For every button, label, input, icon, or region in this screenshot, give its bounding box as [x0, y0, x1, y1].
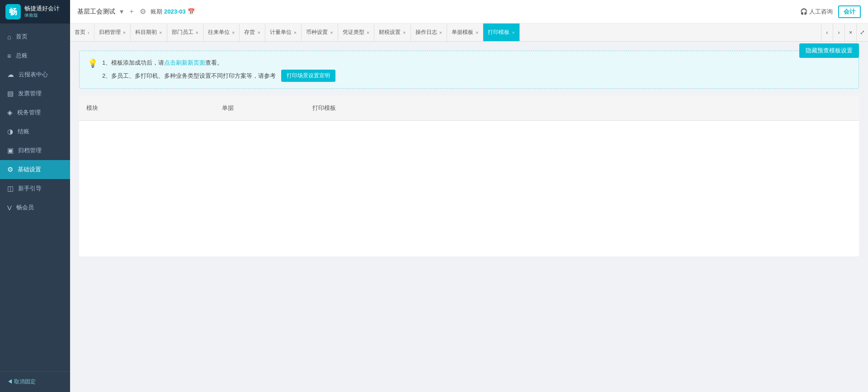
headset-icon: 🎧	[800, 8, 807, 15]
sidebar-item-tax[interactable]: ◈ 税务管理	[0, 103, 70, 122]
settings-gear-icon[interactable]: ⚙	[140, 7, 146, 16]
sidebar-item-guide[interactable]: ◫ 新手引导	[0, 179, 70, 198]
main-area: 基层工会测试 ▾ ＋ ⚙ 账期 2023-03 📅 🎧 人工咨询 会计 首页 ‹…	[70, 0, 868, 392]
tab-dept-close[interactable]: ×	[196, 30, 198, 35]
tab-voucher-close[interactable]: ×	[367, 30, 369, 35]
sidebar-item-ledger[interactable]: ≡ 总账	[0, 46, 70, 65]
tab-partner-close[interactable]: ×	[232, 30, 235, 35]
account-button[interactable]: 会计	[838, 5, 861, 18]
tab-archive[interactable]: 归档管理 ×	[94, 24, 131, 42]
tab-nav-buttons: ‹ › × ⤢	[821, 24, 868, 42]
tab-archive-close[interactable]: ×	[123, 30, 126, 35]
tab-tax-settings[interactable]: 财税设置 ×	[374, 24, 410, 42]
logo-name: 畅捷通好会计	[24, 5, 60, 13]
refresh-link[interactable]: 点击刷新新页面	[164, 59, 205, 66]
sidebar-item-settings[interactable]: ⚙ 基础设置	[0, 160, 70, 179]
sidebar-item-label: 基础设置	[18, 165, 41, 174]
sidebar-item-label: 新手引导	[18, 184, 42, 193]
tab-unit[interactable]: 计量单位 ×	[265, 24, 302, 42]
sidebar-item-label: 云报表中心	[19, 71, 48, 79]
top-bar-right: 🎧 人工咨询 会计	[800, 5, 861, 18]
tab-inventory-close[interactable]: ×	[257, 30, 260, 35]
template-table: 模块 单据 打印模板	[79, 96, 859, 256]
sidebar-item-label: 总账	[16, 52, 28, 60]
sidebar-nav: ⌂ 首页 ≡ 总账 ☁ 云报表中心 ▤ 发票管理 ◈ 税务管理 ◑ 结账 ▣ 归…	[0, 24, 70, 371]
tab-voucher-type[interactable]: 凭证类型 ×	[338, 24, 374, 42]
info-box: 💡 1、模板添加成功后，请点击刷新新页面查看。 2、多员工、多打印机、多种业务类…	[79, 51, 859, 89]
cloud-icon: ☁	[7, 71, 14, 79]
support-button[interactable]: 🎧 人工咨询	[800, 8, 833, 16]
tab-home-nav[interactable]: ‹	[88, 30, 90, 35]
settings-icon: ⚙	[7, 165, 13, 174]
home-icon: ⌂	[7, 33, 11, 41]
col-template: 打印模板	[305, 100, 859, 116]
invoice-icon: ▤	[7, 90, 14, 98]
print-scene-button[interactable]: 打印场景设置宣明	[281, 70, 335, 82]
sidebar-item-archive[interactable]: ▣ 归档管理	[0, 141, 70, 160]
period-value: 2023-03	[164, 8, 186, 15]
tab-log-close[interactable]: ×	[439, 30, 442, 35]
tab-subjects-close[interactable]: ×	[159, 30, 162, 35]
tab-tax-close[interactable]: ×	[403, 30, 406, 35]
sidebar-item-invoice[interactable]: ▤ 发票管理	[0, 84, 70, 103]
top-bar: 基层工会测试 ▾ ＋ ⚙ 账期 2023-03 📅 🎧 人工咨询 会计	[70, 0, 868, 24]
tab-subjects[interactable]: 科目期初 ×	[131, 24, 167, 42]
company-dropdown[interactable]: ▾	[120, 7, 123, 16]
hide-preview-settings-button[interactable]: 隐藏预查模板设置	[799, 43, 859, 58]
sidebar-item-label: 畅会员	[16, 203, 34, 212]
bulb-icon: 💡	[88, 58, 98, 68]
sidebar: 畅 畅捷通好会计 体验版 ⌂ 首页 ≡ 总账 ☁ 云报表中心 ▤ 发票管理 ◈ …	[0, 0, 70, 392]
sidebar-item-label: 发票管理	[18, 90, 42, 98]
sidebar-item-label: 首页	[16, 33, 28, 41]
sidebar-item-home[interactable]: ⌂ 首页	[0, 27, 70, 46]
tab-dept[interactable]: 部门员工 ×	[167, 24, 203, 42]
top-bar-left: 基层工会测试 ▾ ＋ ⚙ 账期 2023-03 📅	[77, 7, 195, 16]
tab-close-all-button[interactable]: ×	[844, 24, 856, 42]
template-settings-area: 隐藏预查模板设置	[796, 42, 859, 58]
period-label: 账期	[151, 8, 162, 16]
tab-single-template[interactable]: 单据模板 ×	[447, 24, 483, 42]
tab-home[interactable]: 首页 ‹	[70, 24, 94, 42]
guide-icon: ◫	[7, 184, 14, 193]
tab-inventory[interactable]: 存货 ×	[240, 24, 265, 42]
tab-operation-log[interactable]: 操作日志 ×	[411, 24, 447, 42]
member-icon: V	[7, 204, 12, 212]
sidebar-item-settlement[interactable]: ◑ 结账	[0, 122, 70, 141]
tax-icon: ◈	[7, 109, 13, 117]
sidebar-item-label: 结账	[18, 128, 29, 136]
calendar-icon[interactable]: 📅	[188, 8, 195, 15]
info-text-block: 1、模板添加成功后，请点击刷新新页面查看。 2、多员工、多打印机、多种业务类型设…	[102, 57, 335, 82]
archive-icon: ▣	[7, 146, 14, 155]
sidebar-item-member[interactable]: V 畅会员	[0, 198, 70, 217]
tab-fullscreen-button[interactable]: ⤢	[856, 24, 868, 42]
add-button[interactable]: ＋	[128, 7, 135, 16]
sidebar-item-label: 归档管理	[18, 146, 42, 155]
content-area: 隐藏预查模板设置 💡 1、模板添加成功后，请点击刷新新页面查看。 2、多员工、多…	[70, 42, 868, 392]
info-line-2: 2、多员工、多打印机、多种业务类型设置不同打印方案等，请参考 打印场景设置宣明	[102, 70, 335, 82]
period-badge: 账期 2023-03 📅	[151, 8, 195, 16]
tab-print-template[interactable]: 打印模板 ×	[483, 24, 519, 42]
col-module: 模块	[79, 100, 215, 116]
tab-single-close[interactable]: ×	[476, 30, 478, 35]
tab-unit-close[interactable]: ×	[294, 30, 297, 35]
sidebar-item-label: 税务管理	[17, 109, 41, 117]
settlement-icon: ◑	[7, 128, 13, 136]
tab-print-close[interactable]: ×	[512, 30, 514, 35]
tab-currency[interactable]: 币种设置 ×	[302, 24, 338, 42]
tab-prev-button[interactable]: ‹	[821, 24, 833, 42]
logo-sub: 体验版	[24, 12, 60, 19]
sidebar-item-reports[interactable]: ☁ 云报表中心	[0, 65, 70, 84]
tab-currency-close[interactable]: ×	[330, 30, 333, 35]
tab-bar: 首页 ‹ 归档管理 × 科目期初 × 部门员工 × 往来单位 × 存货 × 计量…	[70, 24, 868, 42]
table-header: 模块 单据 打印模板	[79, 96, 859, 121]
company-name: 基层工会测试	[77, 8, 115, 16]
sidebar-unpin[interactable]: ◀ 取消固定	[0, 371, 70, 392]
sidebar-logo: 畅 畅捷通好会计 体验版	[0, 0, 70, 24]
tab-partner[interactable]: 往来单位 ×	[203, 24, 240, 42]
tab-next-button[interactable]: ›	[833, 24, 844, 42]
logo-icon: 畅	[5, 4, 21, 19]
col-doc: 单据	[215, 100, 305, 116]
table-body	[79, 121, 859, 256]
info-line-1: 1、模板添加成功后，请点击刷新新页面查看。	[102, 57, 335, 68]
ledger-icon: ≡	[7, 52, 11, 60]
